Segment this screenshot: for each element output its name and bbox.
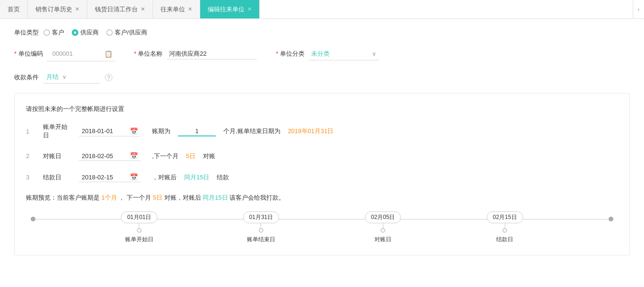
- tab-partner-label: 往来单位: [161, 5, 185, 14]
- timeline-points: 01月01日 账单开始日 01月31日 账单结束日 02月05日: [31, 211, 613, 244]
- date-field-1[interactable]: [82, 127, 124, 135]
- row-num-2: 2: [26, 152, 35, 160]
- tab-cash-work[interactable]: 钱货日清工作台 ✕: [87, 0, 153, 18]
- row-num-3: 3: [26, 174, 35, 181]
- payment-terms-label: 收款条件: [14, 73, 39, 82]
- radio-both-label: 客户/供应商: [115, 28, 147, 37]
- preview-label: 账期预览：当前客户账期是: [26, 194, 100, 201]
- timeline-badge-2: 01月31日: [243, 211, 280, 223]
- period-unit-label: 个月,账单结束日期为: [223, 127, 280, 135]
- period-value-input[interactable]: [178, 127, 216, 136]
- tab-edit-partner[interactable]: 编辑往来单位 ✕: [200, 0, 260, 18]
- unit-code-label: 单位编码: [14, 50, 43, 58]
- radio-customer[interactable]: 客户: [43, 28, 64, 37]
- main-content: 单位类型 客户 供应商 客户/供应商 单位编码 📋 单位: [0, 19, 644, 287]
- row-label-2: 对账日: [43, 152, 71, 160]
- timeline-label-2: 账单结束日: [247, 236, 275, 244]
- date-field-2[interactable]: [82, 152, 124, 160]
- timeline-start-dot: [31, 211, 35, 221]
- unit-name-label: 单位名称: [134, 50, 163, 58]
- radio-supplier-label: 供应商: [80, 28, 99, 37]
- unit-code-input-wrap: 📋: [47, 46, 115, 61]
- section-title: 请按照未来的一个完整帐期进行设置: [26, 105, 618, 113]
- row-label-3: 结款日: [43, 173, 71, 182]
- unit-category-chevron-icon: ∨: [372, 51, 376, 57]
- timeline-badge-3: 02月05日: [365, 211, 401, 223]
- unit-code-icon[interactable]: 📋: [104, 50, 112, 58]
- unit-type-row: 单位类型 客户 供应商 客户/供应商: [14, 28, 630, 37]
- unit-category-group: 单位分类 未分类 ∨: [276, 48, 379, 60]
- row-num-1: 1: [26, 128, 35, 135]
- preview-part3-highlight: 同月15日: [203, 194, 228, 201]
- payment-terms-help-icon[interactable]: ?: [105, 74, 112, 81]
- timeline-point-4: 02月15日 结款日: [487, 211, 523, 244]
- setting-row-3: 3 结款日 📅 ，对账后 同月15日 结款: [26, 172, 618, 182]
- row2-suffix: ,下一个月: [152, 152, 178, 160]
- connector-4: [505, 223, 505, 228]
- timeline-container: 01月01日 账单开始日 01月31日 账单结束日 02月05日: [26, 211, 618, 244]
- payment-terms-chevron-icon: ∨: [62, 74, 67, 80]
- timeline-label-4: 结款日: [496, 236, 513, 244]
- tab-sales-history-label: 销售订单历史: [35, 5, 72, 14]
- tab-sales-history-close[interactable]: ✕: [75, 6, 79, 12]
- tab-home[interactable]: 首页: [0, 0, 28, 18]
- unit-category-value: 未分类: [311, 50, 330, 58]
- row3-suffix: ，对账后: [152, 173, 177, 182]
- timeline-point-1: 01月01日 账单开始日: [121, 211, 157, 244]
- row2-highlight: 5日: [186, 152, 195, 160]
- date-input-2: 📅: [79, 151, 141, 161]
- timeline-label-1: 账单开始日: [125, 236, 153, 244]
- settings-section: 请按照未来的一个完整帐期进行设置 1 账单开始日 📅 账期为 个月,账单结束日期…: [14, 93, 630, 255]
- tab-partner-close[interactable]: ✕: [188, 6, 192, 12]
- preview-part1: 1个月: [102, 194, 117, 201]
- calendar-icon-3[interactable]: 📅: [130, 173, 138, 181]
- unit-type-radio-group: 客户 供应商 客户/供应商: [43, 28, 147, 37]
- calendar-icon-1[interactable]: 📅: [130, 127, 138, 135]
- preview-part2-highlight: 5日: [153, 194, 162, 201]
- tab-more-arrow[interactable]: ›: [633, 0, 644, 18]
- preview-part3-end: 该客户会给我打款。: [229, 194, 285, 201]
- setting-row-1: 1 账单开始日 📅 账期为 个月,账单结束日期为 2018年01月31日: [26, 123, 618, 140]
- radio-customer-circle: [43, 29, 50, 36]
- payment-terms-select[interactable]: 月结 ∨: [43, 71, 100, 84]
- date-field-3[interactable]: [82, 174, 124, 181]
- unit-category-label: 单位分类: [276, 50, 305, 58]
- connector-1: [139, 223, 139, 228]
- unit-name-input[interactable]: [169, 50, 254, 57]
- row3-highlight: 同月15日: [184, 173, 209, 182]
- tab-cash-work-close[interactable]: ✕: [141, 6, 145, 12]
- tabs-bar: 首页 销售订单历史 ✕ 钱货日清工作台 ✕ 往来单位 ✕ 编辑往来单位 ✕ ›: [0, 0, 644, 19]
- unit-code-group: 单位编码 📋: [14, 46, 115, 61]
- timeline-end-dot: [609, 211, 613, 221]
- timeline-badge-4: 02月15日: [487, 211, 523, 223]
- start-dot: [31, 217, 35, 221]
- calendar-icon-2[interactable]: 📅: [130, 152, 138, 160]
- date-input-1: 📅: [79, 127, 141, 136]
- unit-code-input[interactable]: [50, 48, 102, 59]
- row2-end: 对账: [203, 152, 215, 160]
- dot-3: [381, 228, 385, 233]
- radio-supplier-circle: [72, 29, 78, 36]
- tab-sales-history[interactable]: 销售订单历史 ✕: [28, 0, 87, 18]
- date-input-3: 📅: [79, 172, 141, 182]
- payment-terms-row: 收款条件 月结 ∨ ?: [14, 71, 630, 84]
- dot-1: [137, 228, 142, 233]
- unit-category-select[interactable]: 未分类 ∨: [308, 48, 379, 60]
- row3-end: 结款: [217, 173, 229, 182]
- tab-cash-work-label: 钱货日清工作台: [95, 5, 138, 14]
- chevron-right-icon: ›: [637, 6, 639, 13]
- tab-edit-partner-close[interactable]: ✕: [247, 6, 252, 12]
- preview-part2-pre: 下一个月: [127, 194, 151, 201]
- dot-4: [502, 228, 507, 233]
- period-suffix-label: 账期为: [152, 127, 170, 135]
- preview-part2-end: 对账，对账后: [164, 194, 203, 201]
- dot-2: [259, 228, 263, 233]
- end-dot: [609, 217, 613, 221]
- tab-partner[interactable]: 往来单位 ✕: [153, 0, 200, 18]
- timeline-label-3: 对账日: [374, 236, 391, 244]
- radio-both[interactable]: 客户/供应商: [106, 28, 147, 37]
- preview-sep1: ，: [119, 194, 125, 201]
- radio-supplier[interactable]: 供应商: [72, 28, 99, 37]
- timeline-point-2: 01月31日 账单结束日: [243, 211, 280, 244]
- unit-name-group: 单位名称: [134, 48, 257, 60]
